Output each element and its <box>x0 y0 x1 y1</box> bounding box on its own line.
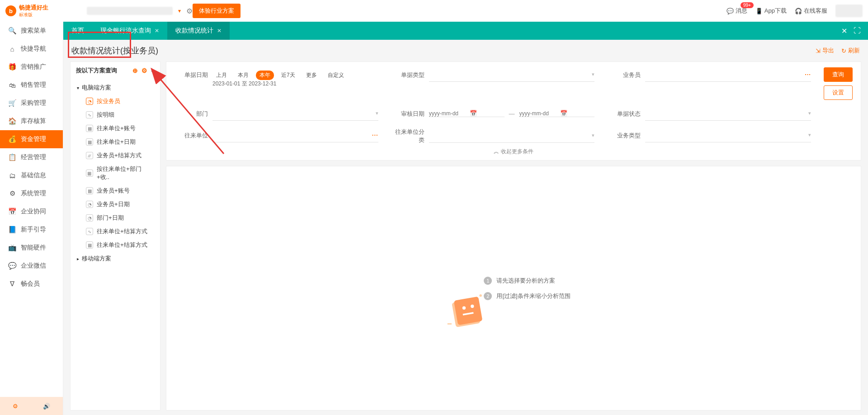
scheme-item-icon: ▦ <box>86 241 93 249</box>
tab-1[interactable]: 现金银行流水查询✕ <box>92 22 167 40</box>
sidebar-item-13[interactable]: 💬企业微信 <box>0 257 63 275</box>
results-card: 1 请先选择要分析的方案 2 用[过滤]条件来缩小分析范围 <box>166 166 861 410</box>
messages-badge: 99+ <box>741 2 754 8</box>
date-pill-4[interactable]: 更多 <box>302 71 321 80</box>
refresh-label: 刷新 <box>848 47 860 55</box>
sidebar-item-6[interactable]: 💰资金管理 <box>0 130 63 148</box>
sidebar-item-11[interactable]: 📘新手引导 <box>0 221 63 239</box>
field-partner-category[interactable]: 往来单位分类 ▾ <box>391 128 595 144</box>
sidebar-item-9[interactable]: ⚙系统管理 <box>0 184 63 203</box>
sidebar-item-10[interactable]: 📅企业协同 <box>0 203 63 221</box>
add-scheme-icon[interactable]: ⊕ <box>132 67 138 74</box>
sidebar-item-4[interactable]: 🛒采购管理 <box>0 94 63 112</box>
menu-label: 采购管理 <box>21 99 46 107</box>
query-button[interactable]: 查询 <box>824 67 853 82</box>
sidebar-item-1[interactable]: ⌂快捷导航 <box>0 40 63 58</box>
scheme-item-1[interactable]: ∿按明细 <box>71 108 160 122</box>
sidebar-item-8[interactable]: 🗂基础信息 <box>0 166 63 184</box>
calendar-icon[interactable]: 📅 <box>560 110 567 117</box>
field-bill-status[interactable]: 单据状态 ▾ <box>607 106 811 122</box>
close-tab-icon[interactable]: ✕ <box>217 28 222 34</box>
sidebar-item-5[interactable]: 🏠库存核算 <box>0 112 63 130</box>
scheme-item-3[interactable]: ▦往来单位+日期 <box>71 135 160 149</box>
scheme-item-2[interactable]: ▦往来单位+账号 <box>71 122 160 135</box>
sidebar-item-12[interactable]: 📺智能硬件 <box>0 239 63 257</box>
sidebar-item-0[interactable]: 🔍搜索菜单 <box>0 22 63 40</box>
collapse-conditions-button[interactable]: ︽ 收起更多条件 <box>175 144 853 160</box>
online-service-button[interactable]: 🎧 在线客服 <box>795 7 827 15</box>
scheme-item-5[interactable]: ▦按往来单位+部门+收.. <box>71 162 160 184</box>
settings-icon[interactable]: ⚙ <box>13 403 18 410</box>
fullscreen-icon[interactable]: ⛶ <box>854 27 861 35</box>
messages-button[interactable]: 💬 消息 99+ <box>726 7 747 15</box>
menu-icon: 🎁 <box>8 63 16 71</box>
more-options-icon[interactable]: ··· <box>805 71 811 78</box>
org-selector[interactable]: ▾ ⚙ <box>87 7 193 15</box>
gear-icon[interactable]: ⚙ <box>186 7 193 15</box>
scheme-item-7[interactable]: ◔业务员+日期 <box>71 198 160 211</box>
scheme-item-6[interactable]: ▦业务员+账号 <box>71 184 160 198</box>
chevron-down-icon: ▾ <box>376 110 378 116</box>
sidebar-item-2[interactable]: 🎁营销推广 <box>0 58 63 76</box>
app-download-button[interactable]: 📱 App下载 <box>755 7 787 15</box>
scheme-settings-icon[interactable]: ⚙ <box>142 67 147 74</box>
scheme-item-8[interactable]: ◔部门+日期 <box>71 211 160 225</box>
scheme-item-10[interactable]: ▦往来单位+结算方式 <box>71 238 160 252</box>
sidebar-item-14[interactable]: ∇畅会员 <box>0 275 63 293</box>
trial-industry-button[interactable]: 体验行业方案 <box>193 4 241 18</box>
date-pill-1[interactable]: 本月 <box>234 71 252 80</box>
field-audit-date[interactable]: 审核日期 📅 — 📅 <box>391 106 595 122</box>
refresh-button[interactable]: ↻ 刷新 <box>841 47 860 55</box>
page-header: 收款情况统计(按业务员) ⇲ 导出 ↻ 刷新 <box>63 40 868 61</box>
right-panel: 单据日期 上月本月本年近7天更多自定义 2023-01-01 至 2023-12… <box>166 61 861 410</box>
menu-icon: 🛍 <box>8 81 16 89</box>
menu-icon: 🗂 <box>8 172 16 179</box>
scheme-item-label: 往来单位+账号 <box>97 124 136 132</box>
scheme-item-icon: ◔ <box>86 214 93 222</box>
field-bill-type[interactable]: 单据类型 ▾ <box>391 67 595 83</box>
field-salesperson[interactable]: 业务员 ··· <box>607 67 811 83</box>
sidebar-item-3[interactable]: 🛍销售管理 <box>0 76 63 94</box>
menu-icon: ⚙ <box>8 189 16 198</box>
date-pill-3[interactable]: 近7天 <box>278 71 299 80</box>
scheme-group-mobile[interactable]: ▸ 移动端方案 <box>71 252 160 265</box>
scheme-item-0[interactable]: ◔按业务员 <box>71 94 160 108</box>
date-pill-5[interactable]: 自定义 <box>324 71 348 80</box>
date-pill-0[interactable]: 上月 <box>212 71 231 80</box>
close-tab-icon[interactable]: ✕ <box>155 28 159 34</box>
scheme-item-4[interactable]: ⫻业务员+结算方式 <box>71 149 160 162</box>
scheme-item-label: 按明细 <box>97 111 114 119</box>
more-options-icon[interactable]: ··· <box>372 132 378 138</box>
scheme-group-pc[interactable]: ▾ 电脑端方案 <box>71 81 160 94</box>
scheme-item-9[interactable]: ∿往来单位+结算方式 <box>71 225 160 238</box>
content-area: 按以下方案查询 ⊕ ⚙ « ▾ 电脑端方案 ◔按业务员∿按明细▦往来单位+账号▦… <box>70 61 861 410</box>
menu-label: 企业协同 <box>21 208 46 216</box>
menu-label: 库存核算 <box>21 117 46 125</box>
date-range-pills: 上月本月本年近7天更多自定义 <box>212 71 348 80</box>
action-buttons: 查询 设置 <box>824 67 853 100</box>
audit-date-from-input[interactable] <box>429 110 470 117</box>
tab-0[interactable]: 首页 <box>63 22 92 40</box>
export-button[interactable]: ⇲ 导出 <box>816 47 834 55</box>
user-avatar-redacted[interactable] <box>835 5 863 17</box>
tab-2[interactable]: 收款情况统计✕ <box>167 22 230 40</box>
chevron-down-icon[interactable]: ▾ <box>178 8 181 14</box>
audit-date-to-input[interactable] <box>519 110 560 117</box>
collapse-panel-icon[interactable]: « <box>151 67 155 74</box>
menu-icon: ∇ <box>8 280 16 288</box>
date-pill-2[interactable]: 本年 <box>256 71 274 80</box>
tab-label: 现金银行流水查询 <box>100 27 151 35</box>
sidebar-item-7[interactable]: 📋经营管理 <box>0 148 63 166</box>
scheme-item-label: 部门+日期 <box>97 214 124 222</box>
sound-icon[interactable]: 🔊 <box>43 403 50 410</box>
close-all-tabs-icon[interactable]: ✕ <box>841 27 847 35</box>
logo-text: 畅捷通好生 标准版 <box>19 4 48 18</box>
field-partner[interactable]: 往来单位 ··· <box>175 128 378 143</box>
phone-icon: 📱 <box>755 8 763 14</box>
step-2-text: 用[过滤]条件来缩小分析范围 <box>496 292 570 300</box>
calendar-icon[interactable]: 📅 <box>470 110 477 117</box>
field-biz-type[interactable]: 业务类型 ▾ <box>607 128 811 143</box>
settings-button[interactable]: 设置 <box>824 85 853 100</box>
field-department[interactable]: 部门 ▾ <box>175 106 378 122</box>
scheme-item-icon: ▦ <box>86 170 93 177</box>
